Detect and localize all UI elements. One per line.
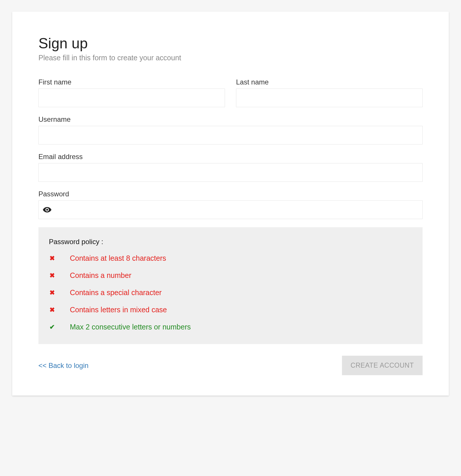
page-subtitle: Please fill in this form to create your … [38, 54, 423, 62]
policy-item-text: Contains letters in mixed case [70, 306, 167, 314]
email-label: Email address [38, 153, 423, 161]
policy-item-text: Max 2 consecutive letters or numbers [70, 323, 191, 331]
cross-icon: ✖ [49, 255, 55, 262]
last-name-input[interactable] [236, 89, 423, 107]
last-name-label: Last name [236, 78, 423, 86]
first-name-field-group: First name [38, 78, 225, 107]
policy-item: ✖Contains at least 8 characters [49, 254, 412, 262]
last-name-field-group: Last name [236, 78, 423, 107]
policy-item: ✖Contains a special character [49, 288, 412, 297]
check-icon: ✔ [49, 323, 55, 331]
policy-item: ✖Contains letters in mixed case [49, 306, 412, 314]
policy-item-text: Contains at least 8 characters [70, 254, 166, 262]
first-name-input[interactable] [38, 89, 225, 107]
policy-item: ✖Contains a number [49, 271, 412, 280]
toggle-password-visibility-button[interactable] [41, 204, 53, 216]
email-input[interactable] [38, 163, 423, 182]
username-field-group: Username [38, 115, 423, 144]
password-label: Password [38, 190, 423, 198]
cross-icon: ✖ [49, 306, 55, 314]
back-to-login-link[interactable]: << Back to login [38, 362, 88, 370]
password-policy-box: Password policy : ✖Contains at least 8 c… [38, 227, 423, 344]
password-policy-title: Password policy : [49, 238, 412, 246]
page-title: Sign up [38, 35, 423, 52]
password-input[interactable] [38, 200, 423, 219]
policy-item: ✔Max 2 consecutive letters or numbers [49, 323, 412, 331]
password-field-group: Password [38, 190, 423, 219]
email-field-group: Email address [38, 153, 423, 182]
first-name-label: First name [38, 78, 225, 86]
username-label: Username [38, 115, 423, 124]
signup-card: Sign up Please fill in this form to crea… [12, 12, 449, 396]
cross-icon: ✖ [49, 289, 55, 297]
cross-icon: ✖ [49, 272, 55, 279]
create-account-button[interactable]: CREATE ACCOUNT [342, 356, 423, 375]
username-input[interactable] [38, 126, 423, 144]
policy-item-text: Contains a special character [70, 288, 162, 297]
eye-icon [42, 205, 52, 214]
policy-item-text: Contains a number [70, 271, 131, 280]
